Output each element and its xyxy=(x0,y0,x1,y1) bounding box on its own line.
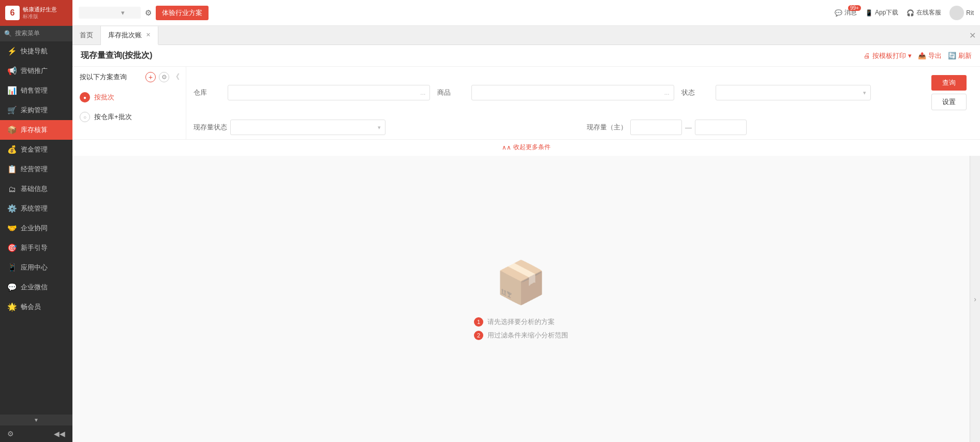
hint-num-2: 2 xyxy=(474,331,483,340)
shortcuts-icon: ⚡ xyxy=(7,47,17,56)
product-input[interactable]: ... xyxy=(471,85,674,100)
message-icon: 💬 xyxy=(835,9,842,17)
sidebar-item-finance[interactable]: 💰 资金管理 xyxy=(0,140,72,159)
refresh-icon: 🔄 xyxy=(948,52,956,60)
sidebar-item-system[interactable]: ⚙️ 系统管理 xyxy=(0,199,72,218)
sidebar-item-label: 新手引导 xyxy=(21,243,65,253)
sidebar-scroll-down[interactable]: ▼ xyxy=(0,415,72,425)
warehouse-input[interactable]: ... xyxy=(228,85,430,100)
sidebar-item-label: 销售管理 xyxy=(21,86,65,95)
scheme-settings-button[interactable]: ⚙ xyxy=(159,72,169,82)
topbar-search-input[interactable] xyxy=(83,9,119,17)
close-all-tabs-button[interactable]: ✕ xyxy=(969,31,976,40)
query-button[interactable]: 查询 xyxy=(931,75,967,91)
scheme-collapse-icon[interactable]: 《 xyxy=(172,72,180,82)
scheme-by-batch-label: 按批次 xyxy=(94,93,114,102)
collapse-sidebar-icon[interactable]: ◀◀ xyxy=(54,430,65,438)
tab-home[interactable]: 首页 xyxy=(72,26,101,45)
avatar xyxy=(949,6,964,20)
online-support-label: 在线客服 xyxy=(916,8,941,17)
product-more-icon[interactable]: ... xyxy=(664,89,670,96)
topbar-gear-icon[interactable]: ⚙ xyxy=(145,8,152,18)
sidebar-item-basics[interactable]: 🗂 基础信息 xyxy=(0,179,72,199)
inventory-qty-min[interactable] xyxy=(630,120,682,135)
sidebar-item-label: 资金管理 xyxy=(21,145,65,154)
sidebar-item-label: 系统管理 xyxy=(21,204,65,213)
sidebar-item-label: 营销推广 xyxy=(21,66,65,76)
empty-hints: 1 请先选择要分析的方案 2 用过滤条件来缩小分析范围 xyxy=(474,317,568,340)
inline-filter: 按以下方案查询 + ⚙ 《 ● 按批次 ○ xyxy=(72,67,980,139)
refresh-button[interactable]: 🔄 刷新 xyxy=(948,51,972,61)
app-download-action[interactable]: 📱 App下载 xyxy=(865,8,898,17)
export-icon: 📤 xyxy=(918,52,926,60)
page-header-actions: 🖨 按模板打印 ▾ 📤 导出 🔄 刷新 xyxy=(864,51,972,61)
inventory-status-field-group: 现存量状态 ▾ xyxy=(194,120,580,135)
sidebar-item-wechat[interactable]: 💬 企业微信 xyxy=(0,277,72,297)
fields-panel: 仓库 ... 商品 ... xyxy=(186,67,980,139)
tabbar: 首页 库存批次账 ✕ ✕ xyxy=(72,26,980,45)
app-version: 标准版 xyxy=(23,13,57,20)
print-button[interactable]: 🖨 按模板打印 ▾ xyxy=(864,51,912,61)
empty-hint-2: 2 用过滤条件来缩小分析范围 xyxy=(474,331,568,340)
status-dropdown-arrow: ▾ xyxy=(863,90,866,96)
product-field-group: 商品 ... xyxy=(437,85,674,100)
warehouse-more-icon[interactable]: ... xyxy=(420,89,425,96)
tab-close-icon[interactable]: ✕ xyxy=(146,32,151,38)
page-layout: 现存量查询(按批次) 🖨 按模板打印 ▾ 📤 导出 🔄 刷新 xyxy=(72,45,980,442)
scheme-item-by-batch[interactable]: ● 按批次 xyxy=(72,87,186,107)
topbar-search-dropdown[interactable]: ▾ xyxy=(121,9,125,17)
scheme-panel-actions: + ⚙ 《 xyxy=(145,72,180,82)
empty-illustration: 📦 xyxy=(495,258,547,307)
sidebar-item-marketing[interactable]: 📢 营销推广 xyxy=(0,61,72,81)
inventory-status-label: 现存量状态 xyxy=(194,123,227,132)
settings-icon[interactable]: ⚙ xyxy=(7,430,14,438)
right-panel-icon: › xyxy=(974,295,976,303)
user-profile-action[interactable]: Rit xyxy=(949,6,974,20)
experience-button[interactable]: 体验行业方案 xyxy=(156,6,209,20)
sidebar-item-enterprise[interactable]: 🤝 企业协同 xyxy=(0,218,72,238)
sidebar-item-guide[interactable]: 🎯 新手引导 xyxy=(0,238,72,258)
sidebar-item-operations[interactable]: 📋 经营管理 xyxy=(0,159,72,179)
status-dropdown[interactable]: ▾ xyxy=(716,85,871,100)
product-label: 商品 xyxy=(437,88,468,97)
content-body: 📦 1 请先选择要分析的方案 2 用过滤条件来缩小分析范围 › xyxy=(72,156,980,442)
sidebar-item-apps[interactable]: 📱 应用中心 xyxy=(0,258,72,277)
sidebar-item-inventory[interactable]: 📦 库存核算 xyxy=(0,120,72,140)
scheme-by-wh-batch-label: 按仓库+批次 xyxy=(94,112,132,122)
fields-row-2: 现存量状态 ▾ 现存量（主） xyxy=(194,120,973,135)
warehouse-label: 仓库 xyxy=(194,88,225,97)
settings-button[interactable]: 设置 xyxy=(931,94,967,110)
sidebar-item-sales[interactable]: 📊 销售管理 xyxy=(0,81,72,100)
messages-action[interactable]: 💬 消息 99+ xyxy=(835,8,857,17)
sidebar-item-purchase[interactable]: 🛒 采购管理 xyxy=(0,100,72,120)
print-dropdown-icon: ▾ xyxy=(908,52,912,60)
sales-icon: 📊 xyxy=(7,86,17,95)
scheme-title-text: 按以下方案查询 xyxy=(80,72,127,82)
app-download-label: App下载 xyxy=(875,8,898,17)
inventory-status-dropdown[interactable]: ▾ xyxy=(230,120,385,135)
hint-text-1: 请先选择要分析的方案 xyxy=(487,317,555,327)
online-support-action[interactable]: 🎧 在线客服 xyxy=(907,8,941,17)
collapse-button[interactable]: ∧∧ 收起更多条件 xyxy=(72,139,980,155)
sidebar-item-label: 快捷导航 xyxy=(21,47,65,56)
tab-inventory-batch[interactable]: 库存批次账 ✕ xyxy=(101,26,158,45)
messages-badge: 99+ xyxy=(848,5,861,11)
system-icon: ⚙️ xyxy=(7,204,17,213)
add-scheme-button[interactable]: + xyxy=(145,72,156,82)
right-panel-toggle[interactable]: › xyxy=(970,156,980,442)
sidebar-item-label: 应用中心 xyxy=(21,263,65,272)
warehouse-field-group: 仓库 ... xyxy=(194,85,430,100)
sidebar-search[interactable]: 🔍 搜索菜单 xyxy=(0,26,72,41)
apps-icon: 📱 xyxy=(7,263,17,272)
topbar-search-box[interactable]: ▾ xyxy=(79,7,141,19)
sidebar-item-member[interactable]: 🌟 畅会员 xyxy=(0,297,72,317)
sidebar-search-label: 搜索菜单 xyxy=(15,29,40,38)
status-label: 状态 xyxy=(681,88,712,97)
hint-text-2: 用过滤条件来缩小分析范围 xyxy=(487,331,568,340)
export-button[interactable]: 📤 导出 xyxy=(918,51,942,61)
scheme-item-by-warehouse-batch[interactable]: ○ 按仓库+批次 xyxy=(72,107,186,127)
sidebar-item-shortcuts[interactable]: ⚡ 快捷导航 xyxy=(0,41,72,61)
sidebar-item-label: 畅会员 xyxy=(21,302,65,312)
inventory-qty-max[interactable] xyxy=(695,120,747,135)
sidebar-item-label: 采购管理 xyxy=(21,106,65,115)
